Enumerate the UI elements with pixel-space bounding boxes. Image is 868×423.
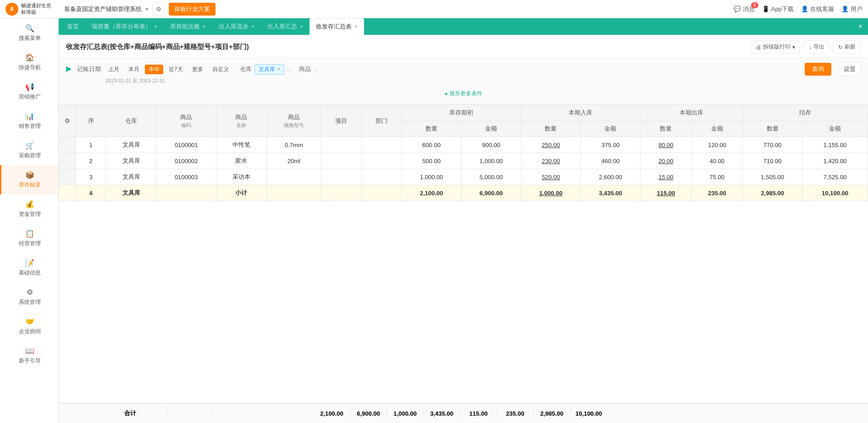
- th-no: 序: [76, 105, 106, 137]
- date-options: 上月 本月 本年 近7天 更多 自定义: [105, 65, 232, 74]
- out-qty-link[interactable]: 80.00: [658, 142, 674, 148]
- warehouse-more[interactable]: ...: [287, 66, 292, 72]
- out-qty-link[interactable]: 20.00: [658, 158, 674, 165]
- warehouse-filter: 仓库 文具库 × ...: [240, 64, 292, 75]
- tab-home-label: 首页: [67, 22, 79, 31]
- sidebar-item-enterprise[interactable]: 🤝 企业协同: [0, 312, 58, 341]
- th-dept: 部门: [361, 105, 402, 137]
- sidebar-item-operations[interactable]: 📋 经营管理: [0, 224, 58, 253]
- online-service-button[interactable]: 👤 在线客服: [801, 5, 834, 13]
- filter-area: ▶ 记账日期 上月 本月 本年 近: [59, 58, 868, 104]
- export-button[interactable]: ↓ 导出: [804, 40, 829, 54]
- goods-more[interactable]: ...: [314, 66, 318, 72]
- footer-out-amt: 235.00: [497, 408, 534, 419]
- system-dropdown-icon[interactable]: ▾: [145, 5, 149, 12]
- in-qty-link[interactable]: 1,000.00: [539, 190, 563, 197]
- experience-button[interactable]: 体验行业方案: [169, 3, 216, 16]
- footer-label: 合计: [94, 407, 167, 419]
- date-opt-this-month[interactable]: 本月: [125, 65, 143, 74]
- logo-area: 6 畅捷通好生意 标准版: [6, 3, 64, 16]
- footer-opening-qty: 2,100.00: [314, 408, 350, 419]
- in-qty-link[interactable]: 250.00: [542, 142, 560, 148]
- in-qty-link[interactable]: 520.00: [542, 174, 560, 181]
- out-qty-link[interactable]: 15.00: [658, 174, 674, 181]
- date-opt-last-month[interactable]: 上月: [105, 65, 123, 74]
- tab-flow[interactable]: 出入库流水 ×: [212, 18, 261, 35]
- goods-filter: 商品 ...: [299, 65, 318, 73]
- sidebar-item-purchase[interactable]: 🛒 采购管理: [0, 136, 58, 165]
- tab-recv-summary-close[interactable]: ×: [354, 23, 358, 30]
- filter-collapse-icon: ▶: [66, 64, 72, 73]
- sidebar-item-quick-nav[interactable]: 🏠 快捷导航: [0, 48, 58, 77]
- chevron-down-icon: ▾: [445, 91, 448, 97]
- out-qty-link[interactable]: 115.00: [657, 190, 675, 197]
- top-right-actions: 💬 消息 6 📱 App下载 👤 在线客服 👤 用户: [734, 5, 862, 13]
- sidebar-item-finance[interactable]: 💰 资金管理: [0, 194, 58, 224]
- page-content: 收发存汇总表(按仓库+商品编码+商品+规格型号+项目+部门) 🖨 拆镇版打印 ▾…: [59, 35, 868, 423]
- main-layout: 🔍 搜索菜单 🏠 快捷导航 📢 营销推广 📊 销售管理 🛒 采购管理 📦 库存核…: [0, 18, 868, 423]
- tab-recv-summary-label: 收发存汇总表: [316, 22, 352, 31]
- user-icon: 👤: [841, 5, 849, 12]
- warehouse-tag-remove[interactable]: ×: [277, 66, 280, 72]
- th-balance-qty: 数量: [743, 121, 802, 137]
- date-opt-custom[interactable]: 自定义: [209, 65, 232, 74]
- system-name: 装备及固定资产辅助管理系统: [64, 5, 142, 13]
- message-button[interactable]: 💬 消息 6: [734, 5, 755, 13]
- set-button[interactable]: 设置: [839, 62, 861, 76]
- sidebar-item-label: 采购管理: [19, 152, 41, 159]
- print-button[interactable]: 🖨 拆镇版打印 ▾: [751, 40, 800, 54]
- footer-code: [167, 412, 213, 415]
- tab-recv-summary[interactable]: 收发存汇总表 ×: [310, 18, 364, 35]
- th-opening-qty: 数量: [402, 121, 461, 137]
- header-actions: 🖨 拆镇版打印 ▾ ↓ 导出 ↻ 刷新: [751, 40, 861, 54]
- date-opt-7days[interactable]: 近7天: [165, 65, 187, 74]
- refresh-button[interactable]: ↻ 刷新: [833, 40, 861, 54]
- date-opt-this-year[interactable]: 本年: [145, 65, 163, 74]
- tab-stock-dist-close[interactable]: ×: [154, 23, 157, 30]
- sidebar-item-search[interactable]: 🔍 搜索菜单: [0, 18, 58, 48]
- inventory-icon: 📦: [25, 170, 34, 179]
- sidebar-item-system[interactable]: ⚙ 系统管理: [0, 282, 58, 312]
- th-opening: 库存期初: [402, 105, 521, 121]
- user-button[interactable]: 👤 用户: [841, 5, 862, 13]
- sidebar-item-guide[interactable]: 📖 新手引导: [0, 341, 58, 370]
- th-name: 商品名称: [216, 105, 266, 137]
- date-opt-more[interactable]: 更多: [188, 65, 207, 74]
- sidebar-item-basic-info[interactable]: 📝 基础信息: [0, 253, 58, 282]
- sidebar-item-inventory[interactable]: 📦 库存核算: [0, 165, 58, 194]
- tab-summary-close[interactable]: ×: [300, 23, 303, 30]
- settings-icon[interactable]: ⚙: [152, 3, 165, 16]
- sidebar-item-sales[interactable]: 📊 销售管理: [0, 106, 58, 136]
- system-area: 装备及固定资产辅助管理系统 ▾ ⚙ 体验行业方案: [64, 3, 734, 16]
- th-settings[interactable]: ⚙: [59, 105, 76, 137]
- operations-icon: 📋: [25, 229, 34, 238]
- enterprise-icon: 🤝: [25, 317, 34, 326]
- footer-balance-amt: 10,100.00: [570, 408, 607, 419]
- tab-batch[interactable]: 库存批次账 ×: [164, 18, 212, 35]
- tab-summary[interactable]: 出入库汇总 ×: [261, 18, 310, 35]
- table-row: 1文具库0100001中性笔0.7mm600.00900.00250.00375…: [59, 137, 868, 153]
- date-range-text: 2023-01-01 至 2023-12-31: [105, 78, 165, 83]
- tab-stock-dist[interactable]: 现存量（库存分布表） ×: [85, 18, 164, 35]
- tab-close-all-button[interactable]: ×: [855, 22, 866, 31]
- logo-icon: 6: [6, 3, 18, 16]
- app-download-button[interactable]: 📱 App下载: [762, 5, 794, 13]
- sidebar-item-marketing[interactable]: 📢 营销推广: [0, 77, 58, 106]
- service-icon: 👤: [801, 5, 808, 12]
- th-in-amt: 金额: [581, 121, 640, 137]
- sidebar-item-label: 销售管理: [19, 122, 41, 130]
- expand-more-btn[interactable]: ▾ 展开更多条件: [66, 88, 861, 99]
- logo-text: 畅捷通好生意 标准版: [21, 3, 51, 15]
- th-spec: 商品规格型号: [267, 105, 321, 137]
- tab-home[interactable]: 首页: [61, 18, 85, 35]
- warehouse-tag[interactable]: 文具库 ×: [254, 64, 284, 75]
- tab-flow-close[interactable]: ×: [251, 23, 254, 30]
- in-qty-link[interactable]: 230.00: [542, 158, 560, 165]
- footer-dept: [282, 412, 314, 415]
- sidebar: 🔍 搜索菜单 🏠 快捷导航 📢 营销推广 📊 销售管理 🛒 采购管理 📦 库存核…: [0, 18, 59, 423]
- filter-expand-left[interactable]: ▶: [66, 62, 72, 73]
- tab-batch-close[interactable]: ×: [203, 23, 206, 30]
- sidebar-item-label: 资金管理: [19, 210, 41, 218]
- query-button[interactable]: 查询: [805, 63, 831, 76]
- tab-bar: 首页 现存量（库存分布表） × 库存批次账 × 出入库流水 × 出入库汇总 × …: [59, 18, 868, 35]
